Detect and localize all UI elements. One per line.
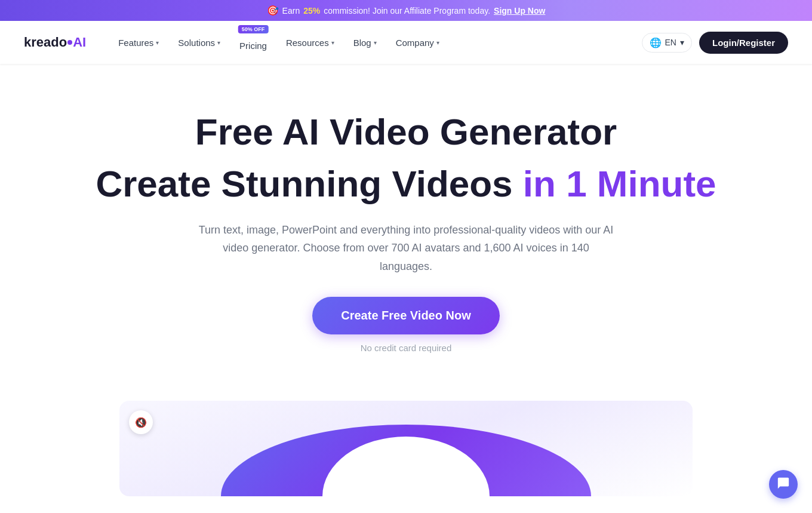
- nav-links: Features ▾ Solutions ▾ 50% OFF Pricing R…: [110, 30, 641, 56]
- pricing-badge: 50% OFF: [238, 25, 269, 33]
- resources-chevron-icon: ▾: [331, 39, 334, 46]
- banner-suffix: commission! Join our Affiliate Program t…: [324, 6, 490, 16]
- logo-ai: AI: [73, 35, 86, 50]
- logo-kreado: kreado: [24, 35, 67, 50]
- nav-resources-label: Resources: [286, 38, 329, 48]
- video-arch: [119, 401, 693, 496]
- mute-icon: 🔇: [135, 417, 147, 428]
- banner-prefix: Earn: [282, 6, 300, 16]
- banner-signup-link[interactable]: Sign Up Now: [494, 6, 545, 16]
- hero-section: Free AI Video Generator Create Stunning …: [0, 64, 812, 377]
- nav-item-company[interactable]: Company ▾: [387, 33, 448, 53]
- nav-item-resources[interactable]: Resources ▾: [278, 33, 343, 53]
- nav-features-label: Features: [118, 38, 153, 48]
- globe-icon: 🌐: [650, 37, 662, 48]
- navbar: kreadoAI Features ▾ Solutions ▾ 50% OFF …: [0, 21, 812, 64]
- banner-highlight: 25%: [303, 6, 320, 16]
- lang-chevron-icon: ▾: [680, 38, 684, 47]
- chat-widget[interactable]: [769, 470, 798, 496]
- nav-right: 🌐 EN ▾ Login/Register: [642, 32, 788, 54]
- features-chevron-icon: ▾: [156, 39, 159, 46]
- nav-item-solutions[interactable]: Solutions ▾: [170, 33, 229, 53]
- solutions-chevron-icon: ▾: [217, 39, 220, 46]
- login-register-button[interactable]: Login/Register: [699, 32, 788, 54]
- nav-solutions-label: Solutions: [178, 38, 215, 48]
- logo-dot: [67, 40, 72, 45]
- arch-shape: [221, 425, 591, 496]
- lang-selector[interactable]: 🌐 EN ▾: [642, 33, 692, 53]
- video-section: 🔇: [107, 401, 705, 496]
- hero-subtitle: Turn text, image, PowerPoint and everyth…: [197, 221, 615, 276]
- nav-item-blog[interactable]: Blog ▾: [345, 33, 385, 53]
- nav-blog-label: Blog: [353, 38, 371, 48]
- hero-title-line1: Free AI Video Generator: [24, 112, 788, 152]
- logo[interactable]: kreadoAI: [24, 35, 86, 50]
- company-chevron-icon: ▾: [436, 39, 439, 46]
- nav-pricing-label: Pricing: [239, 41, 267, 51]
- chat-icon: [777, 477, 790, 493]
- blog-chevron-icon: ▾: [374, 39, 377, 46]
- no-credit-label: No credit card required: [24, 343, 788, 353]
- hero-title-line2-prefix: Create Stunning Videos: [96, 163, 522, 204]
- top-banner: 🎯 Earn 25% commission! Join our Affiliat…: [0, 0, 812, 21]
- lang-label: EN: [665, 38, 676, 47]
- arch-inner: [322, 437, 490, 496]
- create-free-video-button[interactable]: Create Free Video Now: [312, 297, 499, 334]
- video-container: 🔇: [119, 401, 693, 496]
- banner-icon: 🎯: [267, 5, 279, 16]
- nav-item-pricing[interactable]: 50% OFF Pricing: [231, 30, 275, 56]
- hero-title-line2: Create Stunning Videos in 1 Minute: [24, 162, 788, 206]
- hero-title-line2-accent: in 1 Minute: [523, 163, 716, 204]
- nav-company-label: Company: [396, 38, 434, 48]
- nav-item-features[interactable]: Features ▾: [110, 33, 167, 53]
